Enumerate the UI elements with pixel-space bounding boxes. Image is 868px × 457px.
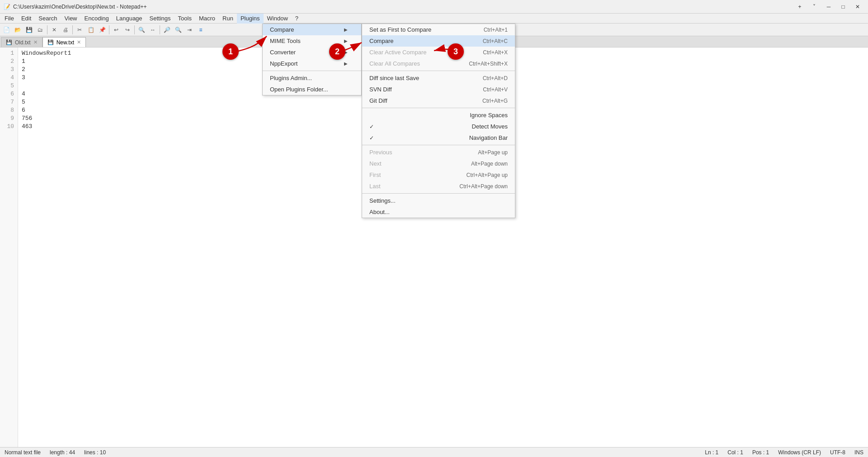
save-all-button[interactable]: 🗂 [35, 24, 46, 35]
compare-button[interactable]: ≡ [195, 24, 206, 35]
previous-shortcut: Alt+Page up [478, 149, 508, 156]
previous-item[interactable]: Previous Alt+Page up [362, 147, 515, 158]
close-button-toolbar[interactable]: ✕ [49, 24, 60, 35]
indent-button[interactable]: ⇥ [184, 24, 195, 35]
status-eol: Windows (CR LF) [778, 449, 821, 456]
tab-old-txt[interactable]: 💾 Old.txt ✕ [1, 37, 42, 47]
plugins-nppexport-item[interactable]: NppExport ▶ [263, 58, 361, 69]
tab-new-txt[interactable]: 💾 New.txt ✕ [42, 37, 86, 47]
cut-button[interactable]: ✂ [74, 24, 85, 35]
find-button[interactable]: 🔍 [136, 24, 147, 35]
about-item[interactable]: About... [362, 206, 515, 218]
navigation-bar-label: Navigation Bar [469, 134, 508, 141]
navigation-bar-check: ✓ [369, 135, 374, 141]
zoom-out-button[interactable]: 🔍 [173, 24, 184, 35]
line-num-1: 1 [4, 49, 14, 57]
paste-button[interactable]: 📌 [97, 24, 108, 35]
detect-moves-item[interactable]: ✓ Detect Moves [362, 121, 515, 132]
git-diff-item[interactable]: Git Diff Ctrl+Alt+G [362, 95, 515, 106]
status-ln: Ln : 1 [705, 449, 718, 456]
clear-active-item[interactable]: Clear Active Compare Ctrl+Alt+X [362, 47, 515, 58]
detect-moves-label: Detect Moves [472, 123, 508, 130]
menu-view[interactable]: View [61, 14, 81, 24]
next-item[interactable]: Next Alt+Page down [362, 158, 515, 169]
compare-separator-2 [362, 108, 515, 108]
ignore-spaces-label: Ignore Spaces [470, 112, 508, 119]
title-text: C:\Users\kazim\OneDrive\Desktop\New.txt … [13, 4, 146, 10]
navigation-bar-item[interactable]: ✓ Navigation Bar [362, 132, 515, 143]
status-text: Normal text file [5, 449, 41, 456]
undo-button[interactable]: ↩ [111, 24, 122, 35]
menu-help[interactable]: ? [292, 14, 302, 24]
diff-last-save-item[interactable]: Diff since last Save Ctrl+Alt+D [362, 72, 515, 84]
annotation-1: 1 [222, 43, 239, 60]
next-shortcut: Alt+Page down [471, 161, 508, 167]
menu-language[interactable]: Language [113, 14, 146, 24]
settings-label: Settings... [369, 197, 396, 204]
status-length: length : 44 [50, 449, 75, 456]
line-num-8: 8 [4, 106, 14, 114]
menu-plugins[interactable]: Plugins [237, 14, 264, 24]
annotation-1-label: 1 [228, 47, 233, 57]
annotation-2: 2 [329, 43, 345, 60]
first-shortcut: Ctrl+Alt+Page up [467, 172, 508, 178]
close-button[interactable]: ✕ [851, 2, 864, 11]
redo-button[interactable]: ↪ [122, 24, 133, 35]
compare-item[interactable]: Compare Ctrl+Alt+C [362, 35, 515, 47]
plugins-separator-1 [263, 71, 361, 71]
clear-all-label: Clear All Compares [369, 60, 420, 67]
menu-encoding[interactable]: Encoding [81, 14, 113, 24]
new-file-button[interactable]: 📄 [1, 24, 12, 35]
save-button[interactable]: 💾 [24, 24, 34, 35]
menu-macro[interactable]: Macro [195, 14, 219, 24]
add-tab-button[interactable]: + [793, 2, 807, 11]
set-as-first-shortcut: Ctrl+Alt+1 [484, 27, 508, 33]
next-label: Next [369, 160, 382, 167]
plugins-compare-item[interactable]: Compare ▶ [263, 24, 361, 35]
svn-diff-shortcut: Ctrl+Alt+V [483, 86, 508, 93]
plugins-converter-item[interactable]: Converter ▶ [263, 47, 361, 58]
git-diff-shortcut: Ctrl+Alt+G [482, 98, 508, 104]
title-bar-buttons: + ˅ ─ □ ✕ [793, 2, 864, 11]
menu-window[interactable]: Window [264, 14, 292, 24]
open-plugins-folder-item[interactable]: Open Plugins Folder... [263, 84, 361, 95]
toolbar-separator-5 [160, 25, 160, 34]
set-as-first-label: Set as First to Compare [369, 26, 431, 33]
line-num-2: 2 [4, 57, 14, 66]
set-as-first-item[interactable]: Set as First to Compare Ctrl+Alt+1 [362, 24, 515, 35]
line-numbers: 1 2 3 4 5 6 7 8 9 10 [0, 48, 18, 447]
menu-edit[interactable]: Edit [18, 14, 35, 24]
plugins-nppexport-label: NppExport [270, 60, 297, 67]
menu-search[interactable]: Search [35, 14, 61, 24]
first-item[interactable]: First Ctrl+Alt+Page up [362, 169, 515, 181]
diff-last-save-shortcut: Ctrl+Alt+D [483, 75, 508, 81]
copy-button[interactable]: 📋 [85, 24, 96, 35]
minimize-button[interactable]: ─ [822, 2, 835, 11]
toolbar-separator-3 [109, 25, 109, 34]
status-col: Col : 1 [727, 449, 743, 456]
menu-tools[interactable]: Tools [175, 14, 195, 24]
svn-diff-item[interactable]: SVN Diff Ctrl+Alt+V [362, 84, 515, 95]
menu-settings[interactable]: Settings [146, 14, 175, 24]
print-button[interactable]: 🖨 [60, 24, 71, 35]
zoom-in-button[interactable]: 🔎 [161, 24, 172, 35]
plugins-mime-tools-item[interactable]: MIME Tools ▶ [263, 35, 361, 47]
last-item[interactable]: Last Ctrl+Alt+Page down [362, 181, 515, 192]
menu-file[interactable]: File [1, 14, 18, 24]
menu-run[interactable]: Run [219, 14, 237, 24]
status-encoding: UTF-8 [830, 449, 845, 456]
settings-item[interactable]: Settings... [362, 195, 515, 206]
open-file-button[interactable]: 📂 [12, 24, 23, 35]
clear-all-item[interactable]: Clear All Compares Ctrl+Alt+Shift+X [362, 58, 515, 69]
tab-old-label: Old.txt [15, 39, 31, 46]
chevron-button[interactable]: ˅ [807, 2, 821, 11]
compare-separator-4 [362, 193, 515, 194]
last-shortcut: Ctrl+Alt+Page down [459, 183, 508, 190]
plugins-admin-label: Plugins Admin... [270, 75, 312, 81]
ignore-spaces-item[interactable]: Ignore Spaces [362, 109, 515, 121]
tab-old-close[interactable]: ✕ [33, 39, 38, 45]
plugins-admin-item[interactable]: Plugins Admin... [263, 72, 361, 84]
tab-new-close[interactable]: ✕ [77, 39, 81, 45]
replace-button[interactable]: ↔ [147, 24, 158, 35]
maximize-button[interactable]: □ [836, 2, 850, 11]
